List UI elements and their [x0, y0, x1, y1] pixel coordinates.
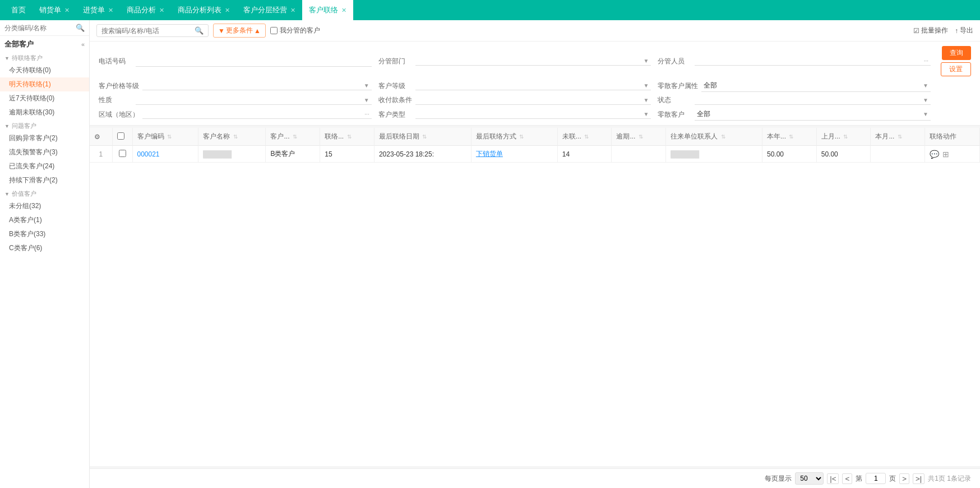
col-code-header: 客户编码 ⇅	[132, 128, 198, 146]
close-customer-tier-icon[interactable]: ✕	[290, 7, 295, 14]
gear-icon[interactable]: ⚙	[94, 133, 100, 141]
customer-grade-select[interactable]: ▼	[415, 81, 651, 90]
nav-home[interactable]: 首页	[4, 0, 33, 20]
page-size-select[interactable]: 50 10 20 100	[795, 472, 824, 485]
prev-page-btn[interactable]: <	[842, 473, 852, 484]
sidebar-item-return-abnormal[interactable]: 回购异常客户(2)	[0, 131, 89, 145]
search-icon[interactable]: 🔍	[195, 26, 204, 35]
advanced-filter-panel: 电话号码 分管部门 ▼ 分管人员 ···	[90, 42, 980, 126]
payment-caret-icon: ▼	[643, 97, 649, 103]
sort-name-icon[interactable]: ⇅	[233, 133, 238, 140]
sidebar-item-today[interactable]: 今天待联络(0)	[0, 63, 89, 77]
sidebar-item-lost[interactable]: 已流失客户(24)	[0, 159, 89, 173]
nav-sales[interactable]: 销货单 ✕	[33, 0, 76, 20]
close-product-analysis-list-icon[interactable]: ✕	[225, 7, 230, 14]
my-customers-checkbox[interactable]	[270, 27, 278, 34]
sidebar-search-icon[interactable]: 🔍	[76, 24, 85, 32]
row-comment-icon[interactable]: 💬	[930, 150, 939, 159]
row-index: 1	[90, 146, 112, 163]
sidebar-search-input[interactable]	[4, 24, 76, 32]
table-header-row: ⚙ 客户编码 ⇅ 客户名称 ⇅	[90, 128, 980, 146]
nature-caret-icon: ▼	[364, 97, 369, 103]
manager-field: 分管人员 ···	[658, 57, 931, 66]
sort-overdue-icon[interactable]: ⇅	[639, 133, 643, 140]
sidebar-item-declining[interactable]: 持续下滑客户(2)	[0, 173, 89, 187]
status-select[interactable]: ▼	[695, 96, 931, 105]
sidebar-item-ungrouped[interactable]: 未分组(32)	[0, 199, 89, 213]
sort-code-icon[interactable]: ⇅	[167, 133, 172, 140]
value-customers-group: 价值客户	[0, 187, 89, 199]
price-grade-select[interactable]: ▼	[142, 81, 372, 90]
page-number-input[interactable]	[866, 473, 886, 484]
close-customer-contact-icon[interactable]: ✕	[341, 7, 346, 14]
phone-input[interactable]	[136, 56, 372, 67]
nav-customer-contact[interactable]: 客户联络 ✕	[302, 0, 353, 20]
last-page-btn[interactable]: >|	[913, 473, 924, 484]
sort-unit-contact-icon[interactable]: ⇅	[721, 133, 725, 140]
row-code[interactable]: 000021	[132, 146, 198, 163]
customer-grade-caret-icon: ▼	[643, 82, 649, 89]
search-box: 🔍	[96, 24, 209, 37]
query-button[interactable]: 查询	[942, 46, 971, 60]
first-page-btn[interactable]: |<	[827, 473, 839, 484]
customer-type-select[interactable]: ▼	[415, 110, 651, 119]
close-sales-icon[interactable]: ✕	[64, 7, 70, 14]
query-action-col: 查询 设置	[937, 46, 971, 76]
sidebar-item-lost-risk[interactable]: 流失预警客户(3)	[0, 145, 89, 159]
sort-no-contact-icon[interactable]: ⇅	[584, 133, 589, 140]
nav-customer-tier[interactable]: 客户分层经营 ✕	[237, 0, 302, 20]
customer-type-field: 客户类型 ▼	[378, 110, 651, 119]
row-checkbox[interactable]	[119, 150, 126, 157]
sidebar-item-a-class[interactable]: A类客户(1)	[0, 213, 89, 227]
sort-last-month-icon[interactable]: ⇅	[843, 133, 848, 140]
retail-attr-select[interactable]: 全部 ▼	[701, 80, 931, 92]
batch-operations-btn[interactable]: ☑ 批量操作	[913, 26, 948, 35]
last-page-icon: >|	[916, 475, 922, 483]
more-conditions-btn[interactable]: ▼ 更多条件 ▲	[213, 24, 266, 38]
close-purchase-icon[interactable]: ✕	[108, 7, 113, 14]
manager-select[interactable]: ···	[695, 57, 931, 66]
sidebar-item-b-class[interactable]: B类客户(33)	[0, 227, 89, 241]
nature-select[interactable]: ▼	[136, 96, 372, 105]
col-action-header: 联络动作	[925, 128, 980, 146]
select-all-checkbox[interactable]	[117, 132, 124, 140]
sidebar-item-tomorrow[interactable]: 明天待联络(1)	[0, 77, 89, 91]
dept-select[interactable]: ▼	[415, 57, 651, 66]
row-name[interactable]: ██████	[198, 146, 266, 163]
sort-type-icon[interactable]: ⇅	[293, 133, 297, 140]
nav-purchase[interactable]: 进货单 ✕	[76, 0, 120, 20]
row-last-contact-date: 2023-05-23 18:25:	[374, 146, 471, 163]
sidebar-item-c-class[interactable]: C类客户(6)	[0, 241, 89, 255]
close-product-analysis-icon[interactable]: ✕	[159, 7, 164, 14]
row-more-icon[interactable]: ⊞	[942, 150, 949, 159]
sidebar-item-overdue[interactable]: 逾期未联络(30)	[0, 105, 89, 119]
next-page-btn[interactable]: >	[899, 473, 909, 484]
row-overdue	[612, 146, 666, 163]
sort-this-year-icon[interactable]: ⇅	[789, 133, 793, 140]
my-customers-checkbox-label[interactable]: 我分管的客户	[270, 26, 320, 35]
payment-field: 收付款条件 ▼	[378, 95, 651, 105]
sort-last-date-icon[interactable]: ⇅	[422, 133, 427, 140]
sort-last-method-icon[interactable]: ⇅	[519, 133, 524, 140]
manager-ellipsis-icon: ···	[924, 58, 928, 64]
sort-contacts-icon[interactable]: ⇅	[347, 133, 352, 140]
retail-attr-caret-icon: ▼	[923, 82, 928, 89]
export-btn[interactable]: ↑ 导出	[955, 26, 973, 35]
region-field: 区域（地区） ···	[99, 110, 372, 119]
col-overdue-header: 逾期... ⇅	[612, 128, 666, 146]
search-input[interactable]	[101, 27, 195, 35]
sidebar-item-7days[interactable]: 近7天待联络(0)	[0, 91, 89, 105]
nav-product-analysis[interactable]: 商品分析 ✕	[120, 0, 171, 20]
retail-attr-field: 零散客户属性 全部 ▼	[658, 80, 931, 92]
col-gear: ⚙	[90, 128, 112, 146]
payment-select[interactable]: ▼	[415, 96, 651, 105]
retail-customer-select[interactable]: 全部 ▼	[695, 108, 931, 121]
retail-customer-caret-icon: ▼	[923, 111, 928, 117]
settings-button[interactable]: 设置	[941, 62, 971, 76]
row-last-contact-method[interactable]: 下销货单	[471, 146, 557, 163]
nav-product-analysis-list[interactable]: 商品分析列表 ✕	[171, 0, 237, 20]
collapse-icon: «	[81, 41, 85, 48]
all-customers-header[interactable]: 全部客户 «	[0, 36, 89, 52]
sort-this-month-icon[interactable]: ⇅	[898, 133, 902, 140]
region-select[interactable]: ···	[142, 110, 372, 119]
